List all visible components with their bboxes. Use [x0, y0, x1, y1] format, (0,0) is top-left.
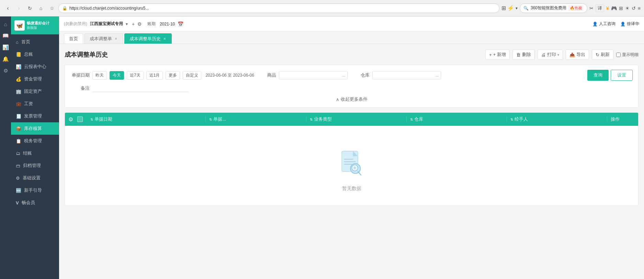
support-btn[interactable]: 👤 人工咨询 — [592, 21, 615, 27]
sidebar-item-invoice[interactable]: 🧾 发票管理 — [11, 110, 59, 122]
th-number-sort-icon: ⇅ — [209, 118, 212, 121]
sidebar-item-tax[interactable]: 📋 税务管理 — [11, 135, 59, 147]
sidebar-item-archive[interactable]: 🗃 归档管理 — [11, 159, 59, 172]
date-btn-month[interactable]: 近1月 — [146, 71, 163, 80]
delete-btn[interactable]: 🗑 删除 — [512, 49, 535, 60]
app-container: ⌂ 📖 📊 🔔 ⚙ 🦋 畅捷通好会计 旗舰版 ⌂ 首页 📒 总账 📊 — [0, 16, 644, 279]
logo-icon: 🦋 — [14, 20, 25, 31]
print-btn[interactable]: 🖨 打印 ▾ — [538, 49, 563, 60]
sidebar-item-label: 总账 — [24, 51, 33, 57]
menu-icon[interactable]: ≡ — [638, 5, 641, 11]
sidebar-item-inventory[interactable]: 📦 库存核算 — [11, 122, 59, 135]
th-handler[interactable]: ⇅ 经手人 — [507, 116, 607, 122]
sidebar-item-label: 资金管理 — [24, 76, 42, 82]
back-button[interactable]: ‹ — [3, 4, 12, 13]
th-date[interactable]: ⇅ 单据日期 — [87, 116, 206, 122]
forward-button[interactable]: › — [14, 4, 23, 13]
date-btn-week[interactable]: 近7天 — [127, 71, 144, 80]
icon-bar-item-settings[interactable]: ⚙ — [1, 66, 10, 76]
th-date-sort-icon: ⇅ — [90, 118, 93, 121]
sidebar-item-fixed-assets[interactable]: 🏢 固定资产 — [11, 85, 59, 98]
goods-select-wrapper[interactable]: ... — [279, 71, 348, 79]
date-btn-yesterday[interactable]: 昨天 — [92, 71, 107, 80]
user-btn[interactable]: 👤 徐译华 — [620, 21, 639, 27]
sidebar-item-home[interactable]: ⌂ 首页 — [11, 36, 59, 48]
reports-icon: 📊 — [16, 64, 21, 69]
sidebar-item-ledger[interactable]: 📒 总账 — [11, 48, 59, 60]
table-settings-icon[interactable]: ⚙ — [68, 116, 73, 123]
warehouse-input[interactable] — [372, 71, 441, 79]
settings-btn[interactable]: 设置 — [611, 70, 633, 81]
th-warehouse[interactable]: ⇅ 仓库 — [407, 116, 507, 122]
home-button[interactable]: ⌂ — [36, 4, 45, 13]
search-bar[interactable]: 🔍 360智能抠图免费用 🔥热搜 — [520, 3, 587, 13]
funds-icon: 💰 — [16, 77, 21, 82]
filter-collapse-btn[interactable]: ∧ 收起更多条件 — [70, 96, 633, 102]
tab-home[interactable]: 首页 — [64, 33, 83, 44]
goods-input[interactable] — [279, 71, 348, 79]
topbar-settings-icon[interactable]: ⚙ — [137, 21, 142, 27]
export-btn[interactable]: 📤 导出 — [566, 49, 589, 60]
coin-icon[interactable]: ¥ — [606, 5, 609, 11]
sidebar-item-funds[interactable]: 💰 资金管理 — [11, 73, 59, 85]
url-bar[interactable]: 🔒 https://cloud.chanjet.com/accounting/u… — [58, 3, 499, 13]
date-btn-custom[interactable]: 自定义 — [183, 71, 201, 80]
date-btn-more[interactable]: 更多 — [166, 71, 180, 80]
dropdown-icon[interactable]: ▾ — [516, 6, 518, 11]
undo-icon[interactable]: ↺ — [632, 5, 636, 11]
scissor-icon[interactable]: ✂ — [589, 5, 594, 11]
sidebar-item-payroll[interactable]: 💼 工资 — [11, 98, 59, 110]
icon-bar-item-chart[interactable]: 📊 — [1, 43, 10, 52]
export-label: 导出 — [576, 52, 585, 58]
grid2-icon[interactable]: ⊞ — [619, 5, 623, 11]
refresh-btn[interactable]: ↻ 刷新 — [592, 49, 613, 60]
filter-date-group: 单据日期 昨天 今天 近7天 近1月 更多 自定义 2023-06-06 至 2… — [70, 71, 254, 80]
sidebar-item-label: 发票管理 — [24, 113, 42, 119]
print-dropdown[interactable]: ▾ — [557, 53, 559, 57]
logo-line2: 旗舰版 — [27, 25, 49, 30]
tab-cost-adjust-history-close[interactable]: × — [163, 36, 167, 41]
table-select-all-checkbox[interactable] — [77, 116, 83, 122]
show-columns-label: 显示明细 — [622, 52, 639, 58]
sidebar-item-settings[interactable]: ⚙ 基础设置 — [11, 172, 59, 184]
sidebar-item-guide[interactable]: 🆕 新手引导 — [11, 184, 59, 197]
remark-input[interactable] — [92, 84, 189, 92]
calendar-icon[interactable]: 📅 — [178, 21, 183, 27]
filter-date-label: 单据日期 — [70, 72, 90, 78]
collapse-label: 收起更多条件 — [341, 96, 368, 102]
new-label: + 新增 — [493, 52, 506, 58]
sidebar-item-member[interactable]: V 畅会员 — [11, 197, 59, 209]
tab-cost-adjust-close[interactable]: × — [114, 36, 118, 41]
fixed-assets-icon: 🏢 — [16, 89, 21, 94]
th-number[interactable]: ⇅ 单据... — [206, 116, 306, 122]
new-btn[interactable]: + + 新增 — [485, 49, 510, 60]
game-icon[interactable]: 🎮 — [611, 5, 617, 11]
warehouse-select-wrapper[interactable]: ... — [372, 71, 441, 79]
sidebar-item-reports[interactable]: 📊 云报表中心 — [11, 60, 59, 73]
date-btn-today[interactable]: 今天 — [110, 71, 124, 80]
sun-icon[interactable]: ☀ — [625, 5, 630, 11]
refresh-button[interactable]: ↻ — [25, 4, 34, 13]
company-dropdown-icon[interactable]: ▾ — [126, 22, 128, 26]
tab-cost-adjust[interactable]: 成本调整单 × — [84, 33, 123, 44]
svg-line-7 — [358, 171, 361, 175]
star-button[interactable]: ☆ — [47, 4, 56, 13]
sidebar-item-label: 基础设置 — [23, 175, 41, 181]
show-columns-checkbox[interactable]: 显示明细 — [616, 52, 639, 58]
query-btn[interactable]: 查询 — [587, 70, 609, 81]
icon-bar-item-home[interactable]: ⌂ — [1, 19, 10, 29]
company-prefix: (勿删勿禁用) — [64, 21, 87, 27]
member-icon: V — [16, 200, 19, 205]
delete-icon: 🗑 — [516, 52, 521, 57]
th-type[interactable]: ⇅ 业务类型 — [306, 116, 407, 122]
sidebar-item-closing[interactable]: 🗂 结账 — [11, 147, 59, 159]
show-columns-input[interactable] — [616, 53, 621, 57]
translate-icon[interactable]: 译 — [596, 4, 604, 12]
filter-section: 单据日期 昨天 今天 近7天 近1月 更多 自定义 2023-06-06 至 2… — [65, 65, 639, 108]
logo-line1: 畅捷通好会计 — [27, 21, 49, 25]
add-company-btn[interactable]: + — [132, 21, 135, 27]
icon-bar-item-ledger[interactable]: 📖 — [1, 31, 10, 41]
filter-warehouse-group: 仓库 ... — [360, 71, 441, 79]
tab-cost-adjust-history[interactable]: 成本调整单历史 × — [124, 33, 172, 44]
icon-bar-item-notification[interactable]: 🔔 — [1, 54, 10, 64]
